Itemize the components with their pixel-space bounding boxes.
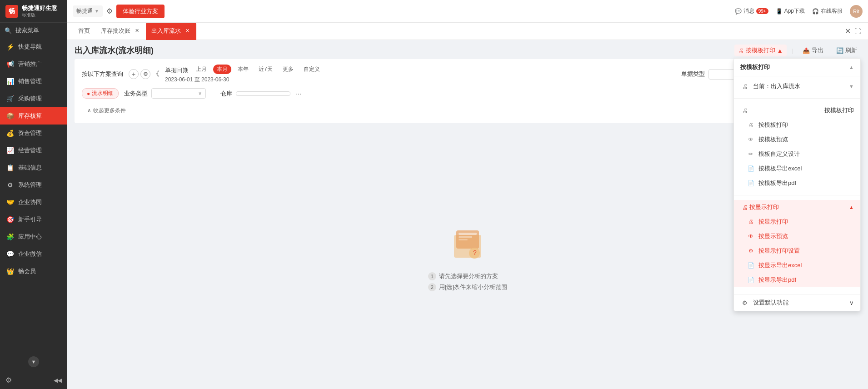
filter-collapse-icon[interactable]: 《 xyxy=(152,70,160,79)
sidebar-item-marketing[interactable]: 📢 营销推广 xyxy=(0,55,67,73)
display-print-item[interactable]: 🖨 按显示打印 xyxy=(734,214,860,229)
filter-setting-button[interactable]: ⚙ xyxy=(140,69,150,79)
flow-type-tag[interactable]: ● 流水明细 xyxy=(82,88,119,99)
template-preview-item[interactable]: 👁 按模板预览 xyxy=(734,132,860,147)
dropdown-up-arrow[interactable]: ▲ xyxy=(849,65,854,70)
template-print-section-header: 🖨 按模板打印 xyxy=(734,103,860,118)
topbar-gear-icon[interactable]: ⚙ xyxy=(106,7,113,15)
display-settings-item[interactable]: ⚙ 按显示打印设置 xyxy=(734,244,860,258)
corp-icon: 🤝 xyxy=(5,199,15,206)
date-option-custom[interactable]: 自定义 xyxy=(300,65,324,74)
sidebar-item-corp[interactable]: 🤝 企业协同 xyxy=(0,194,67,211)
warehouse-more-button[interactable]: ··· xyxy=(294,90,303,97)
dp-divider-3 xyxy=(734,292,860,292)
collapse-sidebar-button[interactable]: ◀◀ xyxy=(54,377,62,384)
settings-icon[interactable]: ⚙ xyxy=(5,376,12,384)
template-custom-item[interactable]: ✏ 模板自定义设计 xyxy=(734,147,860,161)
user-area[interactable]: 畅捷通 ▼ xyxy=(73,5,103,17)
date-option-last-month[interactable]: 上月 xyxy=(192,65,210,74)
tab-bar-expand-button[interactable]: ⛶ xyxy=(853,26,863,37)
filter-add-button[interactable]: + xyxy=(129,69,139,79)
service-label: 在线客服 xyxy=(821,7,843,15)
print-template-label: 按模板打印 xyxy=(746,46,775,55)
display-print-icon: 🖨 xyxy=(747,218,755,226)
quicknav-icon: ⚡ xyxy=(5,43,15,50)
sidebar-item-label: 销售管理 xyxy=(18,77,42,85)
sidebar-search[interactable]: 🔍 搜索菜单 xyxy=(0,23,67,38)
template-excel-item[interactable]: 📄 按模板导出excel xyxy=(734,161,860,176)
apps-icon: 🧩 xyxy=(5,233,15,240)
sidebar: 畅 畅捷通好生意 标准版 🔍 搜索菜单 ⚡ 快捷导航 📢 营销推广 📊 销售管理… xyxy=(0,0,67,389)
display-settings-label: 按显示打印设置 xyxy=(758,247,800,255)
sidebar-item-apps[interactable]: 🧩 应用中心 xyxy=(0,228,67,245)
app-icon: 📱 xyxy=(776,8,783,15)
date-option-7days[interactable]: 近7天 xyxy=(255,65,276,74)
display-preview-item[interactable]: 👁 按显示预览 xyxy=(734,229,860,244)
sidebar-item-label: 营销推广 xyxy=(18,60,42,68)
sidebar-item-inventory[interactable]: 📦 库存核算 xyxy=(0,107,67,125)
template-section-label: 按模板打印 xyxy=(824,106,854,115)
scroll-down-button[interactable]: ▼ xyxy=(28,356,39,367)
svg-rect-3 xyxy=(459,236,472,238)
date-option-this-month[interactable]: 本月 xyxy=(213,65,231,74)
current-arrow: ▼ xyxy=(849,84,854,89)
sidebar-item-label: 应用中心 xyxy=(18,233,42,241)
tab-bar-close-button[interactable]: ✕ xyxy=(843,25,853,37)
tab-home[interactable]: 首页 xyxy=(73,23,95,40)
guide-icon: 🎯 xyxy=(5,216,15,223)
user-avatar[interactable]: Rit xyxy=(850,5,863,18)
set-default-button[interactable]: ⚙ 设置默认功能 ∨ xyxy=(734,294,860,311)
date-option-more[interactable]: 更多 xyxy=(279,65,297,74)
template-print-icon: 🖨 xyxy=(747,121,755,129)
search-icon: 🔍 xyxy=(5,27,12,34)
export-label: 导出 xyxy=(812,46,823,55)
dropdown-current-item[interactable]: 🖨 当前：出入库流水 ▼ xyxy=(734,79,860,94)
warehouse-select[interactable] xyxy=(236,91,290,96)
dropdown-header: 按模板打印 ▲ xyxy=(734,59,860,76)
sidebar-item-sales[interactable]: 📊 销售管理 xyxy=(0,73,67,90)
sidebar-item-member[interactable]: 👑 畅会员 xyxy=(0,263,67,280)
date-range-display: 2023-06-01 至 2023-06-30 xyxy=(165,76,676,84)
template-excel-icon: 📄 xyxy=(747,165,755,173)
online-service-button[interactable]: 🎧 在线客服 xyxy=(812,7,843,15)
system-icon: ⚙ xyxy=(5,181,15,189)
empty-illustration: ? xyxy=(445,221,490,267)
display-excel-item[interactable]: 📄 按显示导出excel xyxy=(734,258,860,273)
tab-flow-close[interactable]: ✕ xyxy=(184,27,191,35)
print-template-button[interactable]: 🖨 按模板打印 ▲ xyxy=(734,45,787,56)
sidebar-item-label: 采购管理 xyxy=(18,95,42,103)
tab-flow[interactable]: 出入库流水 ✕ xyxy=(146,23,196,40)
sidebar-item-basic[interactable]: 📋 基础信息 xyxy=(0,159,67,176)
app-download-button[interactable]: 📱 App下载 xyxy=(776,7,805,15)
marketing-icon: 📢 xyxy=(5,60,15,68)
sidebar-item-quicknav[interactable]: ⚡ 快捷导航 xyxy=(0,38,67,55)
sidebar-item-wechat[interactable]: 💬 企业微信 xyxy=(0,245,67,263)
tab-batch[interactable]: 库存批次账 ✕ xyxy=(95,23,146,40)
refresh-button[interactable]: 🔄 刷新 xyxy=(833,45,861,56)
template-print-item[interactable]: 🖨 按模板打印 xyxy=(734,118,860,132)
export-button[interactable]: 📤 导出 xyxy=(799,45,827,56)
tip-1-label: 请先选择要分析的方案 xyxy=(439,272,498,280)
collapse-button[interactable]: ∧ 收起更多条件 xyxy=(82,103,131,118)
date-option-this-year[interactable]: 本年 xyxy=(234,65,252,74)
message-button[interactable]: 💬 消息 99+ xyxy=(735,7,768,15)
print-icon: 🖨 xyxy=(738,47,744,54)
sidebar-item-finance[interactable]: 💰 资金管理 xyxy=(0,125,67,142)
sidebar-item-label: 新手引导 xyxy=(18,215,42,224)
display-print-section-header[interactable]: 🖨 按显示打印 ▲ xyxy=(734,200,860,214)
tab-home-label: 首页 xyxy=(78,27,90,35)
dp-footer-left: ⚙ 设置默认功能 xyxy=(740,298,788,307)
sidebar-item-label: 快捷导航 xyxy=(18,43,42,51)
industry-solution-button[interactable]: 体验行业方案 xyxy=(116,5,165,18)
business-type-select[interactable]: ∨ xyxy=(151,88,206,99)
tab-batch-close[interactable]: ✕ xyxy=(133,27,140,35)
sidebar-logo: 畅 畅捷通好生意 标准版 xyxy=(0,0,67,23)
display-pdf-item[interactable]: 📄 按显示导出pdf xyxy=(734,273,860,287)
warehouse-filter: 仓库 ··· xyxy=(220,90,303,98)
current-icon: 🖨 xyxy=(740,82,749,91)
sidebar-item-purchase[interactable]: 🛒 采购管理 xyxy=(0,90,67,107)
sidebar-item-operations[interactable]: 📈 经营管理 xyxy=(0,142,67,159)
sidebar-item-system[interactable]: ⚙ 系统管理 xyxy=(0,176,67,194)
sidebar-item-guide[interactable]: 🎯 新手引导 xyxy=(0,211,67,228)
template-pdf-item[interactable]: 📄 按模板导出pdf xyxy=(734,176,860,190)
